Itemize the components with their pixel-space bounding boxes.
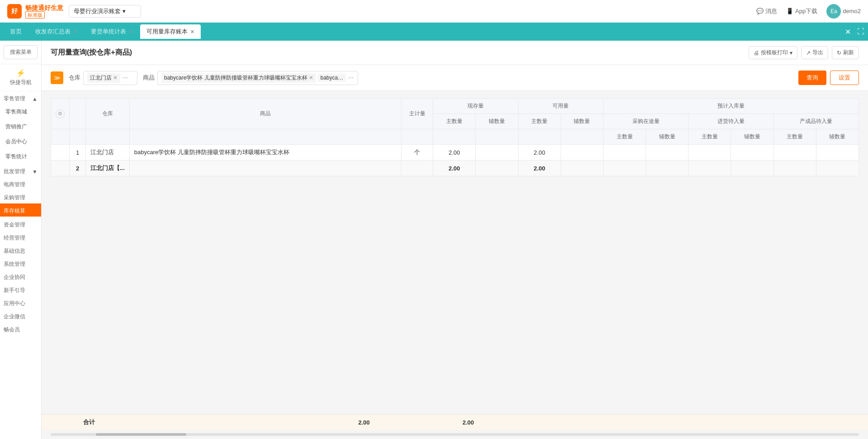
tab-receivable-close[interactable]: ✕	[73, 29, 77, 35]
wholesale-section-arrow: ▼	[32, 169, 38, 175]
sidebar-section-ecommerce[interactable]: 电商管理	[0, 177, 41, 190]
page-header: 可用量查询(按仓库+商品) 🖨 按模板打印 ▾ ↗ 导出 ↻ 刷新	[42, 41, 868, 65]
sidebar-section-purchase[interactable]: 采购管理	[0, 190, 41, 203]
sidebar-section-retail[interactable]: 零售管理 ▲	[0, 91, 41, 104]
sidebar-section-enterprise[interactable]: 企业协同	[0, 270, 41, 283]
th-available-group: 可用量	[518, 99, 603, 114]
message-icon: 💬	[756, 8, 764, 14]
sidebar-section-wholesale[interactable]: 批发管理 ▼	[0, 164, 41, 177]
message-button[interactable]: 💬 消息	[756, 7, 777, 15]
th-incoming-main: 主数量	[689, 129, 731, 145]
top-bar-left: 好 畅捷通好生意 标准版 母婴行业演示账套 ▾	[7, 4, 141, 19]
sidebar-item-quick-nav[interactable]: ⚡ 快捷导航	[0, 64, 41, 91]
logo-text: 畅捷通好生意 标准版	[25, 4, 63, 19]
th-warehouse: 仓库	[86, 99, 130, 129]
tab-available-stock[interactable]: 可用量库存账本 ✕	[140, 24, 201, 39]
th-empty-4	[129, 129, 401, 145]
th-planned-group: 预计入库量	[603, 99, 859, 114]
export-label: 导出	[812, 49, 823, 57]
row-purchase-aux-2	[646, 160, 689, 176]
product-tag-1: babycare学饮杯 儿童防摔防撞吸管杯重力球吸嘴杯宝宝水杯 ✕	[161, 73, 316, 83]
warehouse-tag-remove[interactable]: ✕	[113, 75, 118, 81]
sidebar-item-members[interactable]: 会员中心	[0, 134, 41, 149]
sidebar-section-operations[interactable]: 经营管理	[0, 231, 41, 244]
refresh-button[interactable]: ↻ 刷新	[832, 46, 859, 59]
sidebar-item-marketing[interactable]: 营销推广	[0, 119, 41, 134]
message-label: 消息	[765, 7, 777, 15]
footer-incoming-main	[651, 418, 703, 426]
query-button[interactable]: 查询	[798, 71, 826, 85]
sidebar-section-basic-info[interactable]: 基础信息	[0, 244, 41, 257]
horizontal-scrollbar[interactable]	[42, 430, 868, 439]
scroll-thumb[interactable]	[96, 433, 186, 436]
product-tag-2-value: babyca…	[321, 75, 344, 81]
sidebar-item-retail-stats[interactable]: 零售统计	[0, 149, 41, 164]
sidebar-section-system[interactable]: 系统管理	[0, 257, 41, 270]
row-available-aux-2	[561, 160, 603, 176]
quick-nav-label: 快捷导航	[10, 79, 32, 86]
industry-selector[interactable]: 母婴行业演示账套 ▾	[69, 5, 141, 18]
print-label: 按模板打印	[761, 49, 788, 57]
footer-empty-2	[67, 418, 83, 426]
table-container[interactable]: ⚙ 仓库 商品 主计量 现存量 可用量 预计入库量 主数量 辅数量 主数量	[42, 91, 868, 414]
product-tag-1-value: babycare学饮杯 儿童防摔防撞吸管杯重力球吸嘴杯宝宝水杯	[164, 74, 307, 82]
product-filter-label: 商品	[143, 74, 155, 82]
filter-actions: 查询 设置	[798, 71, 859, 85]
table-row: 2 江北门店【... 2.00 2.00	[51, 160, 859, 176]
tab-available-stock-close[interactable]: ✕	[190, 29, 194, 35]
column-settings-button[interactable]: ⚙	[56, 109, 65, 118]
logo-main-text: 畅捷通好生意	[25, 4, 63, 12]
basic-info-section-label: 基础信息	[4, 247, 25, 255]
table-row: 1 江北门店 babycare学饮杯 儿童防摔防撞吸管杯重力球吸嘴杯宝宝水杯 个…	[51, 145, 859, 160]
label-tag: 标准版	[25, 11, 45, 19]
chang-member-label: 畅会员	[4, 326, 20, 334]
th-empty-9	[561, 129, 603, 145]
close-all-tabs-button[interactable]: ✕	[841, 26, 854, 38]
export-button[interactable]: ↗ 导出	[801, 46, 828, 59]
avatar: Ea	[826, 4, 841, 19]
page-title: 可用量查询(按仓库+商品)	[51, 48, 132, 63]
user-profile[interactable]: Ea demo2	[826, 4, 861, 19]
warehouse-filter-group: 仓库 江北门店 ✕ ···	[69, 71, 137, 85]
row-incoming-aux-1	[731, 145, 774, 160]
warehouse-filter-more[interactable]: ···	[122, 74, 128, 82]
filter-toggle-button[interactable]: ≫	[51, 71, 63, 84]
row-current-aux-1	[476, 145, 518, 160]
th-empty-3	[86, 129, 130, 145]
footer-current-main: 2.00	[338, 418, 390, 426]
app-download-button[interactable]: 📱 App下载	[786, 7, 817, 15]
sidebar-section-app-center[interactable]: 应用中心	[0, 296, 41, 309]
filter-bar: ≫ 仓库 江北门店 ✕ ··· 商品 babycare学饮杯 儿童防摔防撞吸管杯…	[42, 65, 868, 91]
th-current-aux: 辅数量	[476, 114, 518, 129]
product-filter-more[interactable]: ···	[348, 74, 354, 82]
sidebar-section-newbie[interactable]: 新手引导	[0, 283, 41, 296]
app-download-label: App下载	[795, 7, 817, 15]
row-finished-aux-2	[816, 160, 859, 176]
print-template-button[interactable]: 🖨 按模板打印 ▾	[749, 46, 797, 59]
tab-order-stats-close[interactable]: ✕	[129, 29, 133, 35]
sidebar-section-inventory[interactable]: 库存核算	[0, 203, 41, 217]
th-current-stock-group: 现存量	[433, 99, 518, 114]
main-layout: 搜索菜单 ⚡ 快捷导航 零售管理 ▲ 零售商城 营销推广 会员中心 零售统计 批…	[0, 41, 868, 439]
warehouse-filter-input[interactable]: 江北门店 ✕ ···	[83, 71, 137, 85]
product-filter-input[interactable]: babycare学饮杯 儿童防摔防撞吸管杯重力球吸嘴杯宝宝水杯 ✕ babyca…	[157, 71, 358, 85]
tab-home[interactable]: 首页	[4, 24, 28, 39]
sidebar-section-finance[interactable]: 资金管理	[0, 217, 41, 231]
logo-sub-text: 标准版	[25, 12, 63, 19]
print-icon: 🖨	[754, 50, 759, 56]
product-tag-1-remove[interactable]: ✕	[309, 75, 313, 81]
th-purchase-main: 主数量	[603, 129, 646, 145]
footer-finished-aux	[807, 418, 859, 426]
tab-order-stats[interactable]: 要货单统计表 ✕	[85, 24, 139, 39]
settings-button[interactable]: 设置	[830, 71, 859, 85]
sidebar-item-retail-mall[interactable]: 零售商城	[0, 104, 41, 119]
row-incoming-main-2	[689, 160, 731, 176]
maximize-button[interactable]: ⛶	[857, 28, 864, 36]
tab-receivable[interactable]: 收发存汇总表 ✕	[29, 24, 84, 39]
row-available-main-2: 2.00	[518, 160, 561, 176]
search-menu-button[interactable]: 搜索菜单	[4, 45, 38, 59]
sidebar-section-enterprise-wechat[interactable]: 企业微信	[0, 309, 41, 322]
th-purchase-aux: 辅数量	[646, 129, 689, 145]
newbie-section-label: 新手引导	[4, 287, 25, 294]
sidebar-section-chang-member[interactable]: 畅会员	[0, 322, 41, 335]
